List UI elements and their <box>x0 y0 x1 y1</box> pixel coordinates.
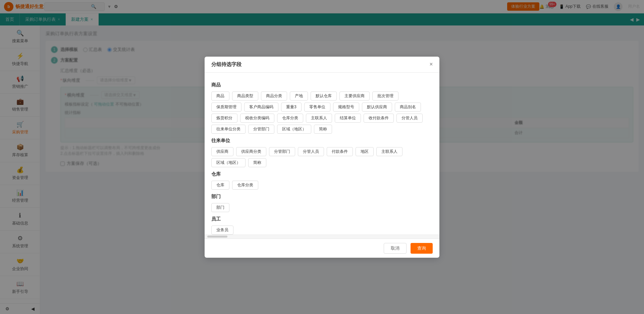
field-tag-main-contact[interactable]: 主联系人 <box>306 114 332 123</box>
field-tag-customer-code[interactable]: 客户商品编码 <box>244 103 278 112</box>
field-row-product-4: 往来单位分类 分管部门 区域（地区） 简称 <box>211 125 433 134</box>
field-select-modal: 分组待选字段 × 商品 商品 商品类型 商品分类 产地 默认仓库 主要供应商 批… <box>205 57 439 258</box>
field-tag-payment-terms[interactable]: 收付款条件 <box>364 114 394 123</box>
cancel-button[interactable]: 取消 <box>384 243 407 254</box>
field-tag-origin[interactable]: 产地 <box>290 91 308 101</box>
field-tag-refine-points[interactable]: 炼货积分 <box>211 114 237 123</box>
field-tag-supplier-category[interactable]: 供应商分类 <box>236 147 266 156</box>
field-tag-main-supplier[interactable]: 主要供应商 <box>339 91 370 101</box>
field-tag-retail-unit[interactable]: 零售单位 <box>304 103 330 112</box>
modal-title: 分组待选字段 <box>211 61 241 68</box>
field-tag-partner-area[interactable]: 区域（地区） <box>211 158 246 167</box>
field-tag-weight3[interactable]: 重量3 <box>281 103 302 112</box>
field-tag-tax-code[interactable]: 税收分类编码 <box>240 114 274 123</box>
field-tag-warehouse-type[interactable]: 仓库分类 <box>232 181 258 190</box>
section-title-partner: 往来单位 <box>211 138 433 144</box>
hscroll-thumb[interactable] <box>207 236 227 238</box>
field-tag-product[interactable]: 商品 <box>211 91 229 101</box>
field-tag-product-category[interactable]: 商品分类 <box>261 91 287 101</box>
field-tag-spec-model[interactable]: 规格型号 <box>333 103 359 112</box>
field-row-dept: 部门 <box>211 203 433 212</box>
modal-overlay: 分组待选字段 × 商品 商品 商品类型 商品分类 产地 默认仓库 主要供应商 批… <box>0 0 644 314</box>
field-tag-partner-category[interactable]: 往来单位分类 <box>211 125 246 134</box>
modal-header: 分组待选字段 × <box>205 57 439 73</box>
field-row-partner-2: 区域（地区） 简称 <box>211 158 433 167</box>
field-tag-partner-contact[interactable]: 主联系人 <box>376 147 402 156</box>
field-tag-partner-region[interactable]: 地区 <box>356 147 374 156</box>
field-tag-default-warehouse[interactable]: 默认仓库 <box>311 91 337 101</box>
section-title-employee: 员工 <box>211 216 433 222</box>
field-row-product-1: 商品 商品类型 商品分类 产地 默认仓库 主要供应商 批次管理 <box>211 91 433 101</box>
field-row-employee: 业务员 <box>211 226 433 235</box>
field-tag-product-alias[interactable]: 商品别名 <box>395 103 421 112</box>
field-row-product-3: 炼货积分 税收分类编码 仓库分类 主联系人 结算单位 收付款条件 分管人员 <box>211 114 433 123</box>
confirm-button[interactable]: 查询 <box>411 243 433 254</box>
field-tag-region[interactable]: 区域（地区） <box>277 125 311 134</box>
field-tag-dept-mgmt[interactable]: 分管部门 <box>248 125 274 134</box>
section-title-product: 商品 <box>211 82 433 88</box>
modal-close-btn[interactable]: × <box>430 61 433 67</box>
field-tag-warehouse[interactable]: 仓库 <box>211 181 229 190</box>
field-tag-partner-dept[interactable]: 分管部门 <box>269 147 295 156</box>
modal-footer: 取消 查询 <box>205 239 439 258</box>
section-title-warehouse: 仓库 <box>211 171 433 177</box>
field-tag-abbr[interactable]: 简称 <box>314 125 332 134</box>
field-tag-supervisor[interactable]: 分管人员 <box>396 114 423 123</box>
field-tag-product-type[interactable]: 商品类型 <box>232 91 258 101</box>
field-tag-partner-abbr[interactable]: 简称 <box>248 158 266 167</box>
field-tag-shelf-life[interactable]: 保质期管理 <box>211 103 241 112</box>
field-row-warehouse: 仓库 仓库分类 <box>211 181 433 190</box>
section-title-dept: 部门 <box>211 194 433 200</box>
field-tag-settlement-unit[interactable]: 结算单位 <box>335 114 361 123</box>
field-tag-employee[interactable]: 业务员 <box>211 226 233 235</box>
field-tag-warehouse-category[interactable]: 仓库分类 <box>277 114 303 123</box>
modal-hscroll[interactable] <box>205 235 439 238</box>
field-tag-partner-payment[interactable]: 付款条件 <box>327 147 353 156</box>
field-tag-dept[interactable]: 部门 <box>211 203 229 212</box>
field-row-partner-1: 供应商 供应商分类 分管部门 分管人员 付款条件 地区 主联系人 <box>211 147 433 156</box>
modal-body: 商品 商品 商品类型 商品分类 产地 默认仓库 主要供应商 批次管理 保质期管理… <box>205 73 439 235</box>
field-tag-supplier[interactable]: 供应商 <box>211 147 233 156</box>
field-tag-batch-mgmt[interactable]: 批次管理 <box>372 91 398 101</box>
field-tag-partner-supervisor[interactable]: 分管人员 <box>298 147 324 156</box>
field-row-product-2: 保质期管理 客户商品编码 重量3 零售单位 规格型号 默认供应商 商品别名 <box>211 103 433 112</box>
field-tag-default-supplier[interactable]: 默认供应商 <box>362 103 392 112</box>
